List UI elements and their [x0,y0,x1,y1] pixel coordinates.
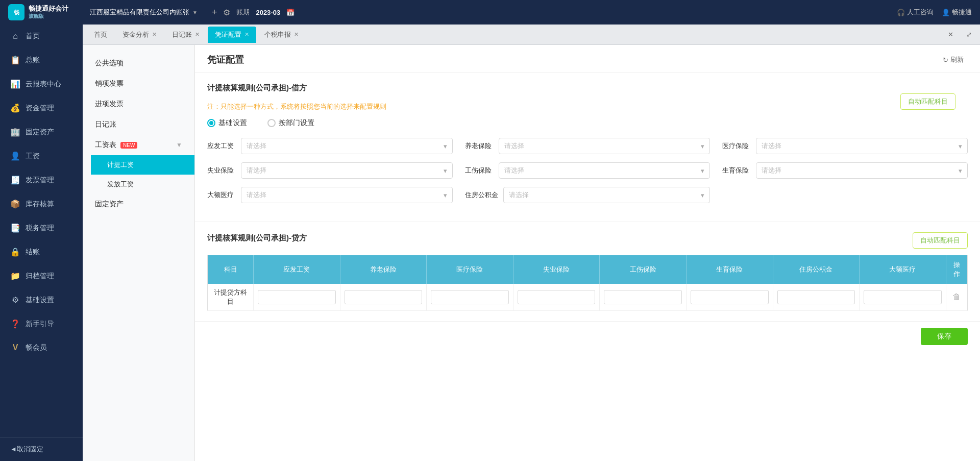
refresh-btn[interactable]: ↻ 刷新 [939,53,968,66]
sidebar-item-closing[interactable]: 🔒 结账 [0,240,83,264]
sidebar-label-vip: 畅会员 [26,343,47,352]
td-ying-fa[interactable] [254,284,340,311]
input-ying-fa[interactable] [258,290,336,304]
close-tab-btn[interactable]: ✕ [943,28,958,42]
sidebar-item-reports[interactable]: 📊 云报表中心 [0,72,83,96]
sidebar-item-vip[interactable]: V 畅会员 [0,336,83,359]
td-shi-ye[interactable] [513,284,600,311]
save-btn[interactable]: 保存 [921,328,968,345]
input-gong-shang[interactable] [604,290,682,304]
expand-tab-btn[interactable]: ⤢ [962,28,976,42]
input-sheng-yu[interactable] [691,290,769,304]
sidebar-item-archive[interactable]: 📁 归档管理 [0,264,83,288]
user-btn[interactable]: 👤 畅捷通 [942,8,972,17]
period-label: 账期 [236,8,250,17]
sidebar-item-tax[interactable]: 📑 税务管理 [0,216,83,240]
delete-row-btn[interactable]: 🗑 [952,293,961,301]
left-nav-salary-table[interactable]: 工资表 NEW ▼ [83,135,194,155]
input-yang-lao[interactable] [345,290,423,304]
sidebar-item-assets[interactable]: 🏢 固定资产 [0,120,83,144]
salary-icon: 👤 [10,151,20,161]
sidebar-label-inventory: 库存核算 [26,200,54,209]
input-da-e[interactable] [864,290,942,304]
radio-basic[interactable]: 基础设置 [207,118,247,128]
sidebar-label-home: 首页 [26,32,40,41]
field-yi-liao: 医疗保险 请选择 ▾ [722,138,968,154]
select-gong-shang[interactable]: 请选择 ▾ [499,162,710,179]
tab-capital[interactable]: 资金分析 ✕ [115,27,164,43]
sidebar-item-ledger[interactable]: 📋 总账 [0,48,83,72]
sidebar-item-salary[interactable]: 👤 工资 [0,144,83,168]
sidebar-label-reports: 云报表中心 [26,80,61,89]
sidebar-item-capital[interactable]: 💰 资金管理 [0,96,83,120]
closing-icon: 🔒 [10,247,20,257]
auto-match-debit-btn[interactable]: 自动匹配科目 [900,93,955,110]
td-yang-lao[interactable] [340,284,427,311]
tab-journal-close[interactable]: ✕ [195,31,200,38]
left-nav-fixed-assets[interactable]: 固定资产 [83,194,194,214]
tab-capital-close[interactable]: ✕ [152,31,157,38]
sidebar-label-settings: 基础设置 [26,296,54,305]
td-da-e[interactable] [860,284,946,311]
select-ying-fa[interactable]: 请选择 ▾ [241,138,453,154]
th-shi-ye: 失业保险 [513,255,600,284]
td-sheng-yu[interactable] [686,284,773,311]
left-nav-public-label: 公共选项 [95,59,124,68]
left-nav-sales-label: 销项发票 [95,79,124,88]
tab-voucher-label: 凭证配置 [215,30,241,39]
select-sheng-yu[interactable]: 请选择 ▾ [756,162,968,179]
sidebar-label-archive: 归档管理 [26,272,54,281]
page-title: 凭证配置 [207,54,244,66]
sidebar-item-settings[interactable]: ⚙ 基础设置 [0,288,83,312]
tab-journal[interactable]: 日记账 ✕ [165,27,207,43]
td-gong-shang[interactable] [600,284,687,311]
select-shi-ye[interactable]: 请选择 ▾ [241,162,453,179]
section-credit: 计提核算规则(公司承担)-贷方 自动匹配科目 科目 应发工资 养老保险 医疗保险… [195,222,980,321]
add-company-btn[interactable]: + [212,7,217,18]
sidebar-item-home[interactable]: ⌂ 首页 [0,25,83,48]
left-nav-public[interactable]: 公共选项 [83,53,194,74]
input-yi-liao[interactable] [431,290,509,304]
company-selector[interactable]: 江西服宝精品有限责任公司内账张 ▼ [86,6,202,19]
tab-tax[interactable]: 个税申报 ✕ [257,27,306,43]
cancel-fixed-btn[interactable]: ◄取消固定 [0,437,83,461]
consult-btn[interactable]: 🎧 人工咨询 [897,8,934,17]
sidebar-item-guide[interactable]: ❓ 新手引导 [0,312,83,336]
left-nav-purchase-invoice[interactable]: 进项发票 [83,94,194,114]
select-yi-liao[interactable]: 请选择 ▾ [756,138,968,154]
left-nav-journal[interactable]: 日记账 [83,114,194,135]
td-delete[interactable]: 🗑 [946,284,967,311]
radio-dept[interactable]: 按部门设置 [267,118,314,128]
field-zhu-fang: 住房公积金 请选择 ▾ [465,187,710,203]
left-nav-purchase-label: 进项发票 [95,100,124,109]
settings-icon[interactable]: ⚙ [223,8,230,17]
auto-match-credit-btn[interactable]: 自动匹配科目 [913,232,968,249]
new-badge: NEW [120,142,137,149]
tab-voucher[interactable]: 凭证配置 ✕ [208,27,256,43]
tab-tax-close[interactable]: ✕ [294,31,299,38]
td-zhu-fang[interactable] [773,284,860,311]
left-nav-sales-invoice[interactable]: 销项发票 [83,74,194,94]
input-shi-ye[interactable] [518,290,596,304]
home-icon: ⌂ [10,32,20,41]
select-zhu-fang[interactable]: 请选择 ▾ [503,187,710,203]
left-nav-salary-payment[interactable]: 发放工资 [91,175,194,194]
left-nav-salary-accrual[interactable]: 计提工资 [91,155,194,175]
tab-home[interactable]: 首页 [87,27,114,43]
th-action: 操作 [946,255,967,284]
input-zhu-fang[interactable] [777,290,855,304]
app-sub: 旗舰版 [29,13,68,20]
main-panel: 凭证配置 ↻ 刷新 计提核算规则(公司承担)-借方 自动匹配科目 注：只能选择一… [195,45,980,461]
field-gong-shang: 工伤保险 请选择 ▾ [465,162,710,179]
tab-voucher-close[interactable]: ✕ [244,31,249,38]
calendar-icon[interactable]: 📅 [286,9,295,16]
th-zhu-fang: 住房公积金 [773,255,860,284]
tab-capital-label: 资金分析 [122,30,149,39]
select-da-e[interactable]: 请选择 ▾ [241,187,453,203]
sidebar-item-inventory[interactable]: 📦 库存核算 [0,192,83,216]
label-zhu-fang: 住房公积金 [465,190,498,200]
sidebar-item-invoice[interactable]: 🧾 发票管理 [0,168,83,192]
field-da-e: 大额医疗 请选择 ▾ [207,187,453,203]
td-yi-liao[interactable] [427,284,513,311]
select-yang-lao[interactable]: 请选择 ▾ [499,138,710,154]
